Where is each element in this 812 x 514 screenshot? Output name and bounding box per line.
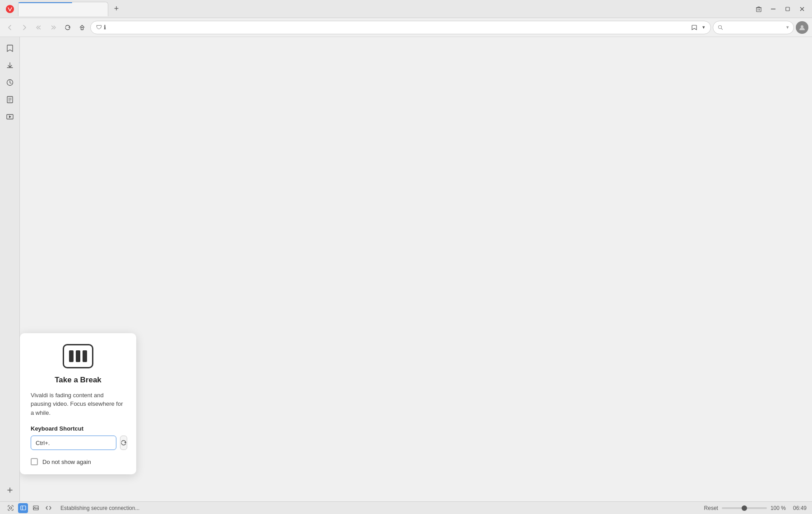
panel-icon bbox=[20, 505, 27, 511]
info-icon: ℹ bbox=[104, 24, 106, 31]
sidebar-add-button[interactable] bbox=[2, 482, 18, 498]
popup-title: Take a Break bbox=[55, 376, 102, 385]
address-right: ▾ bbox=[689, 22, 705, 33]
screenshot-icon bbox=[7, 505, 14, 511]
forward-button[interactable] bbox=[18, 21, 31, 34]
sidebar-item-notes[interactable] bbox=[2, 92, 18, 107]
tab-bar: + bbox=[16, 0, 752, 18]
svg-point-8 bbox=[9, 507, 12, 509]
statusbar-screenshot-button[interactable] bbox=[5, 503, 15, 513]
titlebar: + bbox=[0, 0, 812, 18]
add-icon bbox=[6, 486, 14, 494]
code-icon bbox=[45, 505, 52, 511]
svg-rect-9 bbox=[21, 506, 26, 510]
sidebar-item-downloads[interactable] bbox=[2, 58, 18, 73]
pause-bar-1 bbox=[69, 350, 74, 362]
rewind-button[interactable] bbox=[32, 21, 45, 34]
statusbar: Establishing secure connection... Reset … bbox=[0, 501, 812, 514]
zoom-slider[interactable] bbox=[722, 507, 767, 509]
tab-loading-bar bbox=[18, 2, 72, 3]
shortcut-row bbox=[31, 436, 125, 450]
bookmark-button[interactable] bbox=[689, 22, 700, 33]
delete-button[interactable] bbox=[752, 3, 765, 15]
history-icon bbox=[6, 78, 14, 87]
avatar-icon bbox=[798, 24, 806, 31]
statusbar-left bbox=[5, 503, 53, 513]
home-button[interactable] bbox=[76, 21, 88, 34]
do-not-show-again-label: Do not show again bbox=[42, 459, 91, 465]
downloads-icon bbox=[6, 61, 14, 69]
bookmark-chevron[interactable]: ▾ bbox=[702, 24, 705, 30]
svg-rect-0 bbox=[757, 8, 761, 12]
pause-bar-2 bbox=[76, 350, 80, 362]
svg-rect-1 bbox=[786, 7, 789, 11]
navbar: 🛡 ℹ ▾ ▾ bbox=[0, 18, 812, 37]
svg-point-3 bbox=[719, 25, 722, 28]
search-icon bbox=[718, 25, 723, 30]
zoom-reset-button[interactable]: Reset bbox=[704, 505, 718, 511]
reset-icon bbox=[120, 440, 127, 446]
sidebar-item-capture[interactable] bbox=[2, 109, 18, 124]
do-not-show-again-row[interactable]: Do not show again bbox=[31, 458, 91, 465]
sidebar bbox=[0, 37, 20, 501]
capture-icon bbox=[6, 113, 14, 121]
titlebar-controls bbox=[752, 3, 812, 15]
active-tab[interactable] bbox=[18, 2, 108, 16]
vivaldi-logo[interactable] bbox=[4, 3, 16, 15]
statusbar-image-button[interactable] bbox=[31, 503, 41, 513]
minimize-button[interactable] bbox=[767, 3, 780, 15]
restore-button[interactable] bbox=[781, 3, 794, 15]
shortcut-label: Keyboard Shortcut bbox=[31, 425, 83, 432]
notes-icon bbox=[6, 96, 14, 104]
image-icon bbox=[32, 505, 39, 511]
titlebar-left bbox=[0, 3, 16, 15]
pause-bar-3 bbox=[83, 350, 87, 362]
break-icon bbox=[63, 344, 93, 368]
shortcut-input[interactable] bbox=[31, 436, 116, 450]
search-chevron[interactable]: ▾ bbox=[786, 24, 789, 30]
svg-rect-2 bbox=[81, 28, 83, 30]
address-security-icons: 🛡 ℹ bbox=[96, 24, 106, 31]
svg-rect-10 bbox=[33, 506, 38, 510]
statusbar-status-text: Establishing secure connection... bbox=[57, 505, 701, 511]
statusbar-code-button[interactable] bbox=[43, 503, 53, 513]
statusbar-right: Reset 100 % 06:49 bbox=[704, 505, 807, 511]
new-tab-button[interactable]: + bbox=[110, 3, 123, 15]
search-bar[interactable]: ▾ bbox=[713, 21, 794, 34]
main-layout: Take a Break Vivaldi is fading content a… bbox=[0, 37, 812, 501]
sidebar-item-bookmarks[interactable] bbox=[2, 41, 18, 56]
statusbar-time: 06:49 bbox=[789, 505, 807, 511]
do-not-show-again-checkbox[interactable] bbox=[31, 458, 38, 465]
take-a-break-popup: Take a Break Vivaldi is fading content a… bbox=[20, 333, 136, 475]
bookmarks-icon bbox=[6, 44, 14, 52]
zoom-percent: 100 % bbox=[770, 505, 786, 511]
address-bar[interactable]: 🛡 ℹ ▾ bbox=[90, 21, 711, 34]
sidebar-item-history[interactable] bbox=[2, 75, 18, 90]
fast-forward-button[interactable] bbox=[47, 21, 60, 34]
shield-icon: 🛡 bbox=[96, 24, 102, 31]
popup-description: Vivaldi is fading content and pausing vi… bbox=[31, 391, 125, 418]
avatar-button[interactable] bbox=[796, 21, 808, 34]
zoom-thumb bbox=[742, 505, 747, 511]
statusbar-panel-button[interactable] bbox=[18, 503, 28, 513]
close-button[interactable] bbox=[796, 3, 808, 15]
content-area: Take a Break Vivaldi is fading content a… bbox=[20, 37, 812, 501]
reload-button[interactable] bbox=[61, 21, 74, 34]
shortcut-reset-button[interactable] bbox=[120, 436, 127, 450]
back-button[interactable] bbox=[4, 21, 16, 34]
